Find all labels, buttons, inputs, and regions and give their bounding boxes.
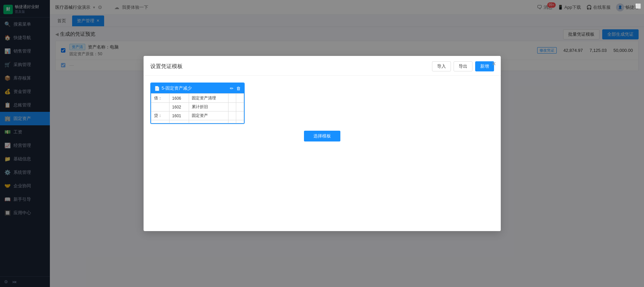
- template-card: 📄 5-固定资产减少 ✏ 🗑 借： 1606: [150, 83, 245, 124]
- entry-code-empty: [169, 120, 189, 123]
- entry-debit-1602: [228, 103, 236, 111]
- template-entry-row: 贷： 1601 固定资产: [151, 111, 244, 120]
- template-entry-row: 1602 累计折旧: [151, 103, 244, 111]
- modal-close-icon[interactable]: ✕: [492, 61, 496, 67]
- entry-account-1602: 累计折旧: [189, 103, 228, 111]
- modal-overlay: 设置凭证模板 导入 导出 新增 ✕ 📄 5-固定资产减少: [0, 0, 644, 287]
- import-button[interactable]: 导入: [432, 61, 451, 71]
- modal-header-actions: 导入 导出 新增: [432, 61, 494, 71]
- modal-body: 📄 5-固定资产减少 ✏ 🗑 借： 1606: [144, 76, 501, 224]
- template-doc-icon: 📄: [154, 86, 160, 91]
- modal-header: 设置凭证模板 导入 导出 新增 ✕: [144, 56, 501, 76]
- export-button[interactable]: 导出: [454, 61, 472, 71]
- entry-credit-1606: [236, 94, 244, 103]
- entry-code-1601: 1601: [169, 111, 189, 120]
- template-name: 5-固定资产减少: [162, 85, 192, 91]
- entry-code-1602: 1602: [169, 103, 189, 111]
- maximize-button[interactable]: ⬜: [632, 0, 644, 12]
- template-card-header: 📄 5-固定资产减少 ✏ 🗑: [151, 83, 244, 93]
- edit-template-icon[interactable]: ✏: [230, 86, 234, 91]
- template-card-actions: ✏ 🗑: [230, 86, 241, 91]
- template-entries-table: 借： 1606 固定资产清理 1602 累计折旧: [151, 93, 244, 123]
- entry-account-empty: [189, 120, 228, 123]
- template-entry-row: 借： 1606 固定资产清理: [151, 94, 244, 103]
- entry-credit-empty: [236, 120, 244, 123]
- entry-code-1606: 1606: [169, 94, 189, 103]
- entry-type-empty-1: [151, 103, 169, 111]
- entry-account-1606: 固定资产清理: [189, 94, 228, 103]
- entry-type-borrow: 借：: [151, 94, 169, 103]
- select-template-button[interactable]: 选择模板: [304, 131, 340, 141]
- template-title-row: 📄 5-固定资产减少: [154, 85, 192, 91]
- entry-credit-1601: [236, 111, 244, 120]
- entry-debit-1606: [228, 94, 236, 103]
- entry-debit-1601: [228, 111, 236, 120]
- entry-type-empty-2: [151, 120, 169, 123]
- modal-title: 设置凭证模板: [150, 63, 183, 70]
- entry-account-1601: 固定资产: [189, 111, 228, 120]
- entry-type-credit: 贷：: [151, 111, 169, 120]
- new-template-button[interactable]: 新增: [475, 61, 494, 71]
- template-entry-row: [151, 120, 244, 123]
- entry-credit-1602: [236, 103, 244, 111]
- minimize-button[interactable]: —: [620, 0, 632, 12]
- entry-debit-empty: [228, 120, 236, 123]
- window-controls: — ⬜: [620, 0, 644, 12]
- delete-template-icon[interactable]: 🗑: [236, 86, 241, 91]
- voucher-template-modal: 设置凭证模板 导入 导出 新增 ✕ 📄 5-固定资产减少: [144, 56, 501, 231]
